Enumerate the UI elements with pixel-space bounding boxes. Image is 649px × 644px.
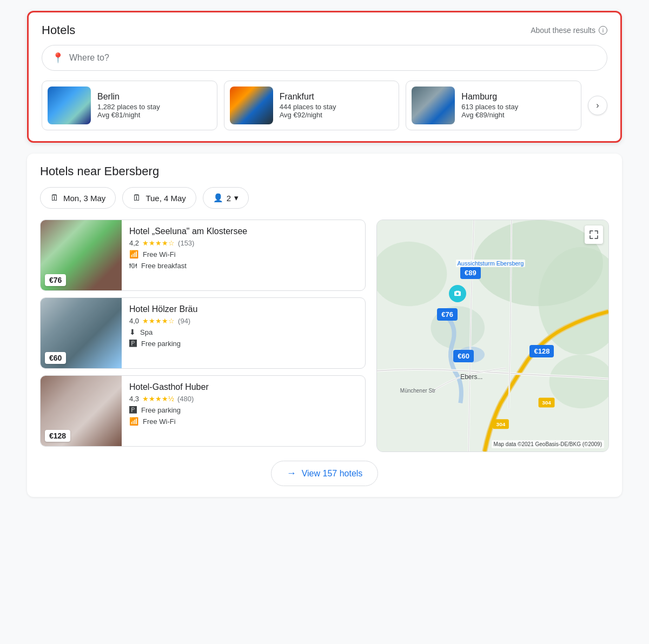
hotel-amenity-wifi-3: 📶 Free Wi-Fi: [129, 417, 209, 426]
hotel-amenity-spa-2: ⬇ Spa: [129, 328, 197, 336]
hotels-near-section: Hotels near Ebersberg 🗓 Mon, 3 May 🗓 Tue…: [27, 154, 622, 497]
view-all-text: View 157 hotels: [302, 469, 363, 479]
berlin-image: [48, 87, 91, 124]
hotel-price-badge-3: €128: [45, 430, 70, 442]
svg-text:304: 304: [542, 400, 551, 406]
hotel-details-3: Hotel-Gasthof Huber 4,3 ★★★★½ (480) 🅿 Fr…: [129, 376, 215, 446]
check-out-date: Tue, 4 May: [145, 194, 186, 203]
wifi-icon-1: 📶: [129, 250, 138, 258]
search-placeholder: Where to?: [69, 53, 109, 63]
frankfurt-info: Frankfurt 444 places to stay Avg €92/nig…: [280, 92, 336, 119]
main-content: €76 Hotel „Seeluna" am Klostersee 4,2 ★★…: [40, 220, 609, 452]
check-in-button[interactable]: 🗓 Mon, 3 May: [40, 187, 116, 209]
map-container[interactable]: 304 304 Ebers...: [376, 220, 609, 452]
map-pin-60[interactable]: €60: [453, 350, 474, 362]
map-pin-76[interactable]: €76: [437, 308, 458, 321]
rating-value-1: 4,2: [129, 239, 139, 247]
frankfurt-places: 444 places to stay: [280, 103, 336, 111]
city-card-frankfurt[interactable]: Frankfurt 444 places to stay Avg €92/nig…: [224, 81, 400, 130]
amenity-text-breakfast-1: Free breakfast: [141, 262, 187, 270]
hotel-image-wrap-2: €60: [41, 298, 122, 368]
wifi-icon-3: 📶: [129, 417, 138, 426]
person-icon: 👤: [213, 193, 223, 203]
stars-3: ★★★★½: [142, 395, 174, 403]
calendar-icon-checkout: 🗓: [133, 193, 141, 203]
arrow-right-icon: →: [287, 468, 296, 479]
check-in-date: Mon, 3 May: [63, 194, 105, 203]
hotel-rating-2: 4,0 ★★★★☆ (94): [129, 317, 197, 325]
svg-text:304: 304: [496, 421, 506, 427]
svg-text:Ebers...: Ebers...: [460, 373, 482, 381]
map-camera-pin[interactable]: [449, 285, 466, 302]
about-results-text: About these results: [531, 26, 595, 35]
frankfurt-price: Avg €92/night: [280, 111, 336, 119]
breakfast-icon-1: 🍽: [129, 261, 137, 270]
map-copyright: Map data ©2021 GeoBasis-DE/BKG (©2009): [492, 440, 604, 448]
city-card-hamburg[interactable]: Hamburg 613 places to stay Avg €89/night: [406, 81, 581, 130]
city-card-berlin[interactable]: Berlin 1,282 places to stay Avg €81/nigh…: [42, 81, 217, 130]
search-bar[interactable]: 📍 Where to?: [42, 45, 607, 71]
review-count-1: (153): [178, 239, 194, 247]
about-results-link[interactable]: About these results i: [531, 26, 607, 35]
rating-value-2: 4,0: [129, 317, 139, 325]
check-out-button[interactable]: 🗓 Tue, 4 May: [122, 187, 196, 209]
map-svg: 304 304 Ebers...: [377, 220, 608, 452]
berlin-info: Berlin 1,282 places to stay Avg €81/nigh…: [97, 92, 160, 119]
view-all-button[interactable]: → View 157 hotels: [271, 461, 379, 486]
hotel-rating-1: 4,2 ★★★★☆ (153): [129, 239, 247, 247]
berlin-places: 1,282 places to stay: [97, 103, 160, 111]
hamburg-price: Avg €89/night: [461, 111, 518, 119]
stars-1: ★★★★☆: [142, 239, 175, 247]
guests-count: 2: [227, 194, 231, 203]
hotel-list: €76 Hotel „Seeluna" am Klostersee 4,2 ★★…: [40, 220, 366, 452]
hotel-price-badge-2: €60: [45, 352, 66, 364]
next-cities-button[interactable]: ›: [588, 96, 607, 115]
date-filters: 🗓 Mon, 3 May 🗓 Tue, 4 May 👤 2 ▾: [40, 187, 609, 209]
hotels-card: Hotels About these results i 📍 Where to?…: [27, 11, 622, 143]
hotel-item-seeluna[interactable]: €76 Hotel „Seeluna" am Klostersee 4,2 ★★…: [40, 220, 366, 291]
map-pin-128[interactable]: €128: [529, 345, 554, 357]
amenity-text-parking-2: Free parking: [141, 340, 181, 348]
hamburg-image: [412, 87, 455, 124]
map-place-label: Aussichtsturm Ebersberg: [456, 260, 526, 267]
location-pin-icon: 📍: [52, 52, 64, 64]
hotel-amenity-breakfast-1: 🍽 Free breakfast: [129, 261, 247, 270]
frankfurt-image: [230, 87, 273, 124]
info-icon: i: [599, 26, 607, 35]
amenity-text-spa-2: Spa: [140, 328, 153, 336]
hotels-main-title: Hotels: [42, 23, 75, 37]
spa-icon-2: ⬇: [129, 328, 136, 336]
hotel-name-2: Hotel Hölzer Bräu: [129, 304, 197, 314]
muenchener-str-label: Münchener Str: [400, 388, 436, 394]
hotel-item-huber[interactable]: €128 Hotel-Gasthof Huber 4,3 ★★★★½ (480)…: [40, 375, 366, 447]
hotel-name-1: Hotel „Seeluna" am Klostersee: [129, 227, 247, 236]
chevron-down-icon: ▾: [234, 193, 239, 203]
hotel-item-holzer[interactable]: €60 Hotel Hölzer Bräu 4,0 ★★★★☆ (94) ⬇ S…: [40, 297, 366, 369]
hotel-details-1: Hotel „Seeluna" am Klostersee 4,2 ★★★★☆ …: [129, 220, 254, 290]
hotel-amenity-parking-3: 🅿 Free parking: [129, 406, 209, 414]
stars-2: ★★★★☆: [142, 317, 175, 325]
hotels-card-header: Hotels About these results i: [42, 23, 607, 37]
amenity-text-wifi-3: Free Wi-Fi: [143, 417, 176, 426]
hotel-amenity-wifi-1: 📶 Free Wi-Fi: [129, 250, 247, 258]
hamburg-places: 613 places to stay: [461, 103, 518, 111]
map-expand-button[interactable]: [585, 225, 603, 244]
amenity-text-parking-3: Free parking: [141, 406, 181, 414]
hotel-name-3: Hotel-Gasthof Huber: [129, 382, 209, 392]
berlin-price: Avg €81/night: [97, 111, 160, 119]
hamburg-info: Hamburg 613 places to stay Avg €89/night: [461, 92, 518, 119]
hotel-amenity-parking-2: 🅿 Free parking: [129, 339, 197, 348]
view-all-wrap: → View 157 hotels: [40, 461, 609, 486]
rating-value-3: 4,3: [129, 395, 139, 403]
hotel-rating-3: 4,3 ★★★★½ (480): [129, 395, 209, 403]
hotels-near-title: Hotels near Ebersberg: [40, 164, 609, 178]
hamburg-name: Hamburg: [461, 92, 518, 102]
review-count-3: (480): [177, 395, 194, 403]
hotel-image-wrap-3: €128: [41, 376, 122, 446]
guests-button[interactable]: 👤 2 ▾: [203, 187, 249, 209]
review-count-2: (94): [178, 317, 190, 325]
hotel-price-badge-1: €76: [45, 274, 66, 286]
map-pin-89[interactable]: €89: [460, 267, 481, 279]
hotel-image-wrap-1: €76: [41, 220, 122, 290]
parking-icon-3: 🅿: [129, 406, 137, 414]
